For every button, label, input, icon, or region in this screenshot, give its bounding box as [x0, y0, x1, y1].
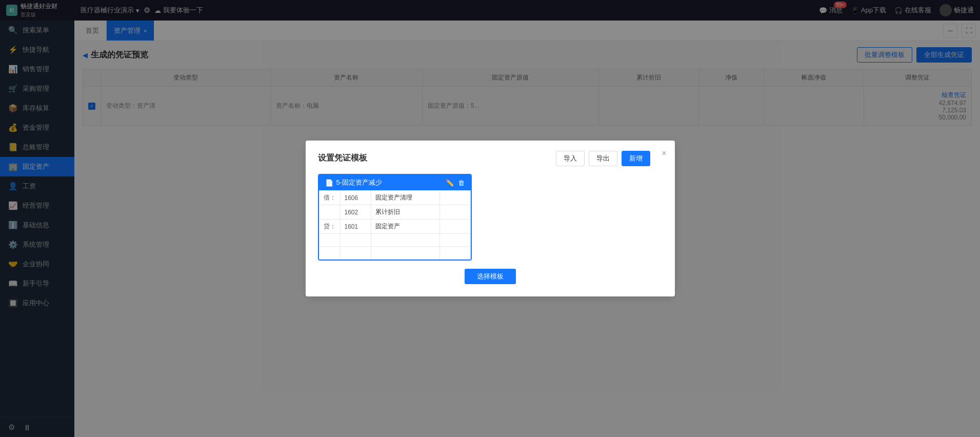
cell-name-1: 固定资产清理: [371, 191, 439, 205]
template-header-icons: ✏️ 🗑: [446, 179, 465, 187]
cell-name-2: 累计折旧: [371, 205, 439, 220]
template-card: 📄 5-固定资产减少 ✏️ 🗑 借： 1606 固定资产清理: [318, 174, 472, 261]
template-empty-row-1: [319, 234, 470, 247]
cell-credit-label: 贷：: [319, 220, 340, 234]
cell-debit-label: 借：: [319, 191, 340, 205]
modal-action-buttons: 导入 导出 新增: [556, 151, 650, 166]
modal-overlay[interactable]: 设置凭证模板 导入 导出 新增 × 📄 5-固定资产减少 ✏️ 🗑: [0, 0, 980, 437]
cell-extra-3: [439, 220, 470, 234]
new-template-btn[interactable]: 新增: [622, 151, 650, 166]
template-edit-icon[interactable]: ✏️: [446, 179, 454, 187]
cell-code-3: 1601: [340, 220, 371, 234]
cell-blank-label: [319, 205, 340, 220]
template-doc-icon: 📄: [325, 179, 333, 187]
import-btn[interactable]: 导入: [556, 151, 585, 166]
cell-extra-1: [439, 191, 470, 205]
export-btn[interactable]: 导出: [589, 151, 617, 166]
template-detail-table: 借： 1606 固定资产清理 1602 累计折旧 贷：: [319, 190, 471, 260]
template-empty-row-2: [319, 247, 470, 260]
template-title: 5-固定资产减少: [336, 178, 383, 187]
template-row-2: 1602 累计折旧: [319, 205, 470, 220]
cell-extra-2: [439, 205, 470, 220]
template-card-body: 借： 1606 固定资产清理 1602 累计折旧 贷：: [319, 190, 471, 260]
template-delete-icon[interactable]: 🗑: [458, 179, 465, 187]
set-template-modal: 设置凭证模板 导入 导出 新增 × 📄 5-固定资产减少 ✏️ 🗑: [306, 141, 675, 296]
cell-code-1: 1606: [340, 191, 371, 205]
cell-code-2: 1602: [340, 205, 371, 220]
cell-name-3: 固定资产: [371, 220, 439, 234]
template-row-3: 贷： 1601 固定资产: [319, 220, 470, 234]
template-row-1: 借： 1606 固定资产清理: [319, 191, 470, 205]
modal-close-btn[interactable]: ×: [662, 149, 666, 158]
template-card-header: 📄 5-固定资产减少 ✏️ 🗑: [319, 175, 471, 190]
select-template-btn[interactable]: 选择模板: [465, 269, 516, 284]
